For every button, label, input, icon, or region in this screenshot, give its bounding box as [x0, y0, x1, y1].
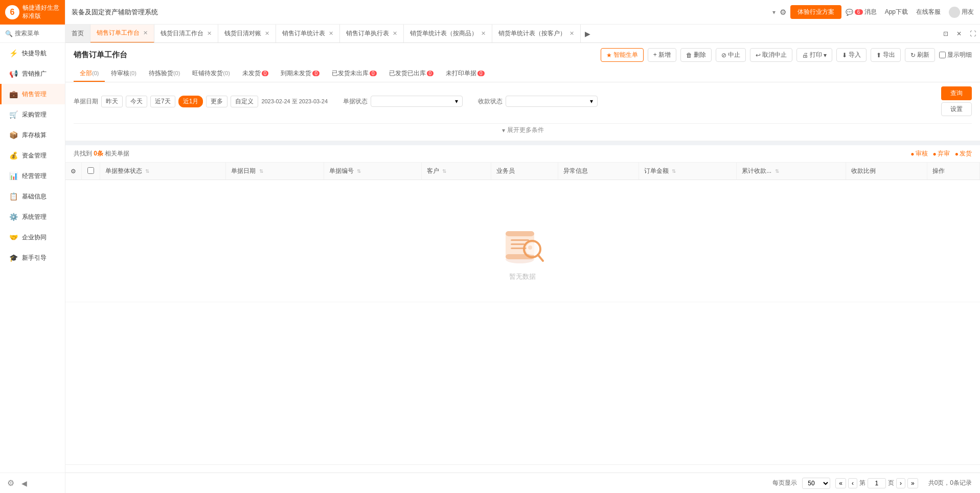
- sidebar-nav-purchase[interactable]: 🛒 采购管理: [0, 104, 65, 125]
- tab-close-all[interactable]: ✕: [952, 30, 966, 37]
- sidebar-nav-quick[interactable]: ⚡ 快捷导航: [0, 43, 65, 63]
- topbar-actions: 💬 6 消息 App下载 在线客服 用友: [846, 7, 974, 18]
- prev-page-btn[interactable]: ‹: [848, 478, 857, 488]
- topbar-gear-icon[interactable]: ⚙: [780, 8, 786, 17]
- subtab-not-printed[interactable]: 未打印单据0: [440, 66, 491, 82]
- subtab-not-shipped[interactable]: 未发货0: [236, 66, 275, 82]
- th-gear[interactable]: ⚙: [65, 163, 82, 180]
- subtab-shipped-in[interactable]: 已发货已出库0: [383, 66, 440, 82]
- expand-more-btn[interactable]: ▾ 展开更多条件: [74, 123, 972, 137]
- subtab-pending-check[interactable]: 待拣验货(0): [143, 66, 186, 82]
- tab-close-stat-customer[interactable]: ✕: [569, 30, 574, 37]
- suspend-btn[interactable]: ⊘ 中止: [716, 48, 746, 62]
- message-action[interactable]: 💬 6 消息: [846, 8, 877, 16]
- export-btn[interactable]: ⬆ 导出: [871, 48, 901, 62]
- tab-money-reconcile[interactable]: 钱货日清对账 ✕: [218, 25, 276, 43]
- page-size-select[interactable]: 50 100 200: [802, 478, 830, 489]
- delete-btn[interactable]: 🗑 删除: [680, 48, 712, 62]
- tab-new-window[interactable]: ⊡: [939, 30, 952, 37]
- select-all-checkbox[interactable]: [87, 167, 94, 174]
- sort-number-icon[interactable]: ⇅: [357, 168, 361, 174]
- collapse-icon[interactable]: ◀: [21, 479, 27, 487]
- sidebar-nav-enterprise[interactable]: 🤝 企业协同: [0, 227, 65, 248]
- settings-icon[interactable]: ⚙: [7, 478, 14, 488]
- sidebar-nav-inventory[interactable]: 📦 库存核算: [0, 125, 65, 145]
- date-custom-btn[interactable]: 自定义: [231, 96, 258, 107]
- tab-money-daily[interactable]: 钱货日清工作台 ✕: [154, 25, 218, 43]
- last-page-btn[interactable]: »: [907, 478, 918, 488]
- tab-close-sales-stat[interactable]: ✕: [329, 30, 333, 37]
- subtab-wangpu-ship[interactable]: 旺铺待发货(0): [186, 66, 236, 82]
- sort-collected-icon[interactable]: ⇅: [775, 168, 779, 174]
- table-header-row: 共找到 0条 相关单据 ● 审核 ● 弃审 ● 发货: [65, 145, 980, 163]
- new-btn[interactable]: + 新增: [648, 48, 676, 62]
- topbar-dropdown-icon[interactable]: ▾: [772, 9, 776, 16]
- approve-action[interactable]: ● 审核: [910, 149, 927, 158]
- tab-sales-stat-product[interactable]: 销货单统计表（按商品） ✕: [404, 25, 492, 43]
- empty-illustration: [494, 221, 551, 272]
- tab-close-sales-order[interactable]: ✕: [143, 30, 148, 36]
- subtab-pending[interactable]: 待审核(0): [105, 66, 142, 82]
- tab-more-btn[interactable]: ▶: [581, 30, 595, 38]
- online-service[interactable]: 在线客服: [916, 8, 941, 16]
- tab-sales-stat[interactable]: 销售订单统计表 ✕: [276, 25, 340, 43]
- sidebar-nav-guide[interactable]: 🎓 新手引导: [0, 248, 65, 268]
- tab-close-stat-product[interactable]: ✕: [481, 30, 486, 37]
- finance-icon: 💰: [9, 151, 18, 160]
- date-7d-btn[interactable]: 近7天: [150, 96, 175, 107]
- user-avatar[interactable]: 用友: [949, 7, 974, 18]
- sidebar-search-item[interactable]: 🔍 搜索菜单: [0, 25, 65, 43]
- sort-status-icon[interactable]: ⇅: [145, 168, 149, 174]
- sidebar-nav-sales[interactable]: 💼 销售管理: [0, 84, 65, 104]
- th-checkbox[interactable]: [82, 163, 100, 180]
- date-more-btn[interactable]: 更多: [206, 96, 227, 107]
- sidebar-nav-operations[interactable]: 📊 经营管理: [0, 166, 65, 186]
- tab-expand[interactable]: ⛶: [966, 30, 980, 37]
- tab-sales-order-workbench[interactable]: 销售订单工作台 ✕: [90, 25, 154, 43]
- show-detail-checkbox[interactable]: [939, 52, 946, 58]
- page-number-input[interactable]: [868, 478, 886, 488]
- tab-close-money-reconcile[interactable]: ✕: [265, 30, 269, 37]
- tab-home[interactable]: 首页: [65, 25, 90, 43]
- th-number: 单据编号 ⇅: [324, 163, 421, 180]
- sort-date-icon[interactable]: ⇅: [259, 168, 263, 174]
- tab-sales-exec[interactable]: 销售订单执行表 ✕: [340, 25, 404, 43]
- refresh-btn[interactable]: ↻ 刷新: [905, 48, 935, 62]
- date-yest-btn[interactable]: 昨天: [101, 96, 123, 107]
- subtab-all[interactable]: 全部(0): [74, 66, 105, 82]
- cancel-suspend-btn[interactable]: ↩ 取消中止: [750, 48, 792, 62]
- setting-btn[interactable]: 设置: [941, 102, 972, 116]
- sales-icon: 💼: [9, 90, 18, 98]
- date-today-btn[interactable]: 今天: [126, 96, 147, 107]
- first-page-btn[interactable]: «: [835, 478, 846, 488]
- status-select[interactable]: ▾: [371, 96, 463, 107]
- tab-close-sales-exec[interactable]: ✕: [393, 30, 397, 37]
- horizontal-scrollbar[interactable]: [65, 464, 980, 473]
- next-page-btn[interactable]: ›: [896, 478, 905, 488]
- trial-btn[interactable]: 体验行业方案: [790, 5, 841, 19]
- tab-close-money-daily[interactable]: ✕: [207, 30, 212, 37]
- app-download[interactable]: App下载: [885, 8, 908, 16]
- sidebar-nav-marketing[interactable]: 📢 营销推广: [0, 63, 65, 84]
- tab-sales-stat-customer[interactable]: 销货单统计表（按客户） ✕: [492, 25, 581, 43]
- date-1m-btn[interactable]: 近1月: [178, 96, 203, 107]
- import-btn[interactable]: ⬇ 导入: [836, 48, 867, 62]
- unapprove-action[interactable]: ● 弃审: [933, 149, 950, 158]
- sidebar-nav-system[interactable]: ⚙️ 系统管理: [0, 207, 65, 227]
- sort-amount-icon[interactable]: ⇅: [672, 168, 676, 174]
- th-staff: 业务员: [491, 163, 558, 180]
- sort-customer-icon[interactable]: ⇅: [442, 168, 446, 174]
- sidebar-nav-finance[interactable]: 💰 资金管理: [0, 145, 65, 166]
- query-btn[interactable]: 查询: [941, 86, 972, 100]
- filter-bar: 单据日期 昨天 今天 近7天 近1月 更多 自定义 2023-02-24 至 2…: [65, 82, 980, 141]
- subtab-overdue-ship[interactable]: 到期未发货0: [275, 66, 326, 82]
- print-btn[interactable]: 🖨 打印 ▾: [796, 48, 832, 62]
- collection-select[interactable]: ▾: [506, 96, 598, 107]
- sidebar-nav-basic[interactable]: 📋 基础信息: [0, 186, 65, 207]
- ship-action[interactable]: ● 发货: [955, 149, 972, 158]
- show-detail-label[interactable]: 显示明细: [939, 51, 972, 59]
- guide-icon: 🎓: [9, 254, 18, 262]
- smart-btn[interactable]: ★ 智能生单: [601, 48, 644, 62]
- status-select-arrow: ▾: [455, 98, 458, 105]
- subtab-shipped-not-in[interactable]: 已发货未出库0: [326, 66, 383, 82]
